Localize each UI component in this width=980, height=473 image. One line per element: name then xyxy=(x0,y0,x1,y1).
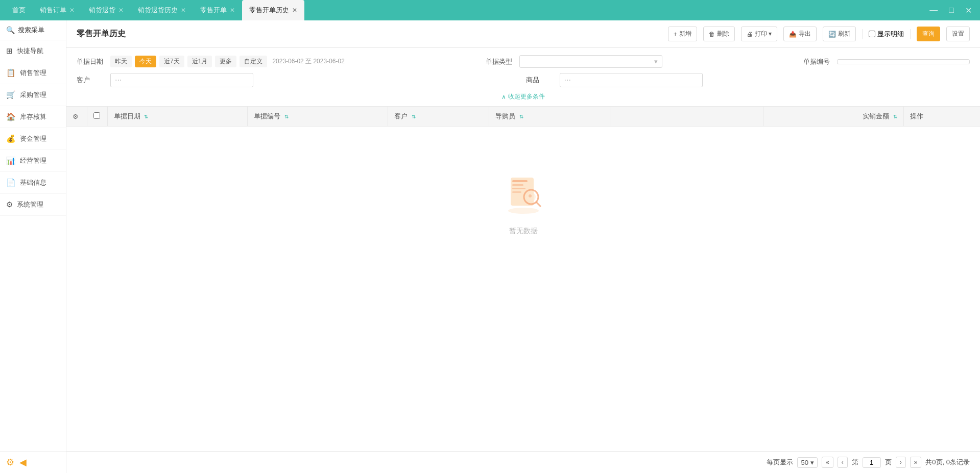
sidebar-bottom: ⚙ ◀ xyxy=(0,451,66,473)
select-all-checkbox[interactable] xyxy=(93,112,100,119)
tab-retail-history[interactable]: 零售开单历史 ✕ xyxy=(242,0,304,20)
sidebar-item-basic-info[interactable]: 📄 基础信息 xyxy=(0,172,66,194)
tab-home-label: 首页 xyxy=(12,6,26,15)
tab-sales-return[interactable]: 销货退货 ✕ xyxy=(82,0,131,20)
page-first-btn[interactable]: « xyxy=(822,457,833,468)
tab-sales-return-history[interactable]: 销货退货历史 ✕ xyxy=(131,0,193,20)
th-date-sort-icon: ⇅ xyxy=(144,114,148,119)
tab-retail-open-close[interactable]: ✕ xyxy=(230,7,235,14)
window-close-btn[interactable]: ✕ xyxy=(962,5,975,16)
tab-retail-history-label: 零售开单历史 xyxy=(249,6,289,15)
page-header: 零售开单历史 + 新增 🗑 删除 🖨 打印 ▾ 📤 导出 xyxy=(66,20,980,48)
display-detail-checkbox[interactable] xyxy=(869,31,875,37)
window-minimize-btn[interactable]: — xyxy=(926,5,941,16)
doc-no-input[interactable] xyxy=(837,59,970,64)
basic-info-icon: 📄 xyxy=(6,178,16,187)
print-button[interactable]: 🖨 打印 ▾ xyxy=(741,27,777,41)
query-button[interactable]: 查询 xyxy=(917,27,940,41)
th-amount-label: 实销金额 xyxy=(863,112,889,120)
tab-sales-order-close[interactable]: ✕ xyxy=(69,7,75,14)
customer-input[interactable]: ··· xyxy=(110,73,253,87)
date-btn-7days[interactable]: 近7天 xyxy=(159,56,184,67)
sidebar-item-finance[interactable]: 💰 资金管理 xyxy=(0,128,66,150)
th-doc-no[interactable]: 单据编号 ⇅ xyxy=(248,107,388,127)
sidebar-item-sales-mgmt-label: 销售管理 xyxy=(20,68,46,78)
pagination-bar: 每页显示 50 ▾ « ‹ 第 页 › » 共0页, 0条记录 xyxy=(66,451,980,473)
sidebar-item-sales-mgmt[interactable]: 📋 销售管理 xyxy=(0,62,66,84)
tab-home[interactable]: 首页 xyxy=(5,0,33,20)
finance-icon: 💰 xyxy=(6,134,16,143)
filter-row-2: 客户 ··· 商品 ··· xyxy=(77,73,970,87)
tab-sales-return-close[interactable]: ✕ xyxy=(118,7,124,14)
page-number-input[interactable] xyxy=(863,457,881,468)
th-doc-no-label: 单据编号 xyxy=(254,112,280,120)
collapse-more-btn[interactable]: ∧ 收起更多条件 xyxy=(77,92,970,101)
sys-mgmt-icon: ⚙ xyxy=(6,200,13,209)
page-size-select[interactable]: 50 ▾ xyxy=(797,457,817,468)
date-btn-1month[interactable]: 近1月 xyxy=(187,56,212,67)
collapse-up-icon: ∧ xyxy=(501,93,506,101)
th-guide[interactable]: 导购员 ⇅ xyxy=(489,107,610,127)
filter-area: 单据日期 昨天 今天 近7天 近1月 更多 自定义 2023-06-02 至 2… xyxy=(66,48,980,107)
page-next-btn[interactable]: › xyxy=(896,457,906,468)
empty-state-cell: 暂无数据 xyxy=(66,127,980,277)
window-controls: — □ ✕ xyxy=(926,5,975,16)
date-btn-today[interactable]: 今天 xyxy=(135,56,156,67)
tab-retail-open[interactable]: 零售开单 ✕ xyxy=(193,0,242,20)
svg-rect-5 xyxy=(512,191,521,193)
goods-input[interactable]: ··· xyxy=(560,73,703,87)
th-customer-sort-icon: ⇅ xyxy=(412,114,416,119)
th-checkbox[interactable] xyxy=(87,107,107,127)
th-spacer xyxy=(610,107,763,127)
sidebar-item-sys-mgmt[interactable]: ⚙ 系统管理 xyxy=(0,194,66,216)
sidebar-settings-btn[interactable]: ⚙ xyxy=(6,457,14,468)
sidebar-item-purchase-mgmt[interactable]: 🛒 采购管理 xyxy=(0,84,66,106)
date-btn-custom[interactable]: 自定义 xyxy=(240,56,267,67)
search-icon: 🔍 xyxy=(6,26,15,34)
add-label: 新增 xyxy=(679,30,691,38)
data-table: ⚙ 单据日期 ⇅ 单据编号 ⇅ 客户 xyxy=(66,107,980,277)
delete-button[interactable]: 🗑 删除 xyxy=(703,27,735,41)
add-button[interactable]: + 新增 xyxy=(668,27,697,41)
th-date[interactable]: 单据日期 ⇅ xyxy=(107,107,248,127)
svg-rect-3 xyxy=(512,184,523,186)
delete-label: 删除 xyxy=(717,30,729,38)
add-icon: + xyxy=(674,31,677,38)
doc-type-arrow-icon: ▾ xyxy=(654,58,658,65)
tab-sales-return-history-close[interactable]: ✕ xyxy=(181,7,186,14)
sidebar-item-quick-nav[interactable]: ⊞ 快捷导航 xyxy=(0,40,66,62)
tab-sales-order[interactable]: 销售订单 ✕ xyxy=(33,0,82,20)
sidebar-item-operations-label: 经营管理 xyxy=(20,156,46,165)
sidebar-search-label: 搜索采单 xyxy=(18,26,44,35)
sidebar-item-inventory[interactable]: 🏠 库存核算 xyxy=(0,106,66,128)
toolbar-divider-2 xyxy=(910,29,911,39)
refresh-button[interactable]: 🔄 刷新 xyxy=(823,27,856,41)
doc-type-select[interactable]: ▾ xyxy=(519,55,662,68)
sidebar-item-operations[interactable]: 📊 经营管理 xyxy=(0,150,66,172)
sidebar-search[interactable]: 🔍 搜索采单 xyxy=(0,20,66,40)
page-prev-btn[interactable]: ‹ xyxy=(838,457,848,468)
date-btn-more[interactable]: 更多 xyxy=(215,56,236,67)
sidebar-item-basic-info-label: 基础信息 xyxy=(20,178,46,187)
top-tabbar: 首页 销售订单 ✕ 销货退货 ✕ 销货退货历史 ✕ 零售开单 ✕ 零售开单历史 … xyxy=(0,0,980,20)
export-button[interactable]: 📤 导出 xyxy=(783,27,817,41)
export-label: 导出 xyxy=(799,30,811,38)
display-detail-checkbox-container[interactable]: 显示明细 xyxy=(869,30,904,39)
purchase-mgmt-icon: 🛒 xyxy=(6,90,16,99)
empty-illustration xyxy=(498,167,549,218)
operations-icon: 📊 xyxy=(6,156,16,165)
window-maximize-btn[interactable]: □ xyxy=(946,5,957,16)
tab-retail-history-close[interactable]: ✕ xyxy=(292,7,297,14)
th-amount[interactable]: 实销金额 ⇅ xyxy=(763,107,903,127)
page-last-btn[interactable]: » xyxy=(910,457,922,468)
th-amount-sort-icon: ⇅ xyxy=(893,114,897,119)
delete-icon: 🗑 xyxy=(709,31,715,38)
sidebar-collapse-btn[interactable]: ◀ xyxy=(19,457,27,468)
customer-dots: ··· xyxy=(115,76,122,85)
empty-state-row: 暂无数据 xyxy=(66,127,980,277)
date-btn-yesterday[interactable]: 昨天 xyxy=(110,56,132,67)
settings-button[interactable]: 设置 xyxy=(946,27,970,41)
settings-label: 设置 xyxy=(952,30,964,38)
th-settings[interactable]: ⚙ xyxy=(66,107,87,127)
th-customer[interactable]: 客户 ⇅ xyxy=(388,107,489,127)
